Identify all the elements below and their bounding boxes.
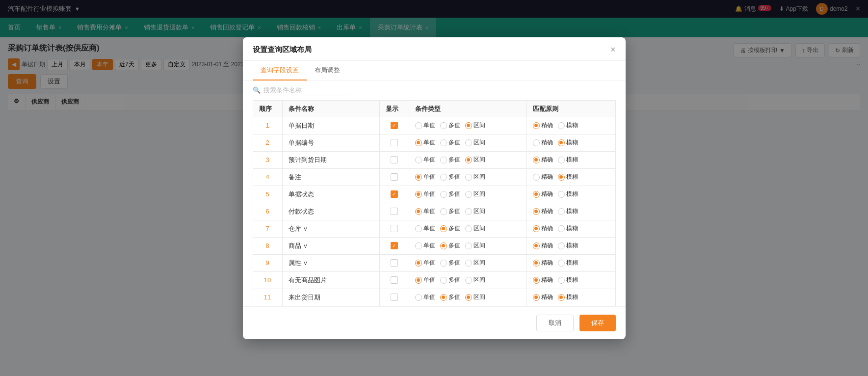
- col-type: 条件类型: [409, 101, 527, 117]
- col-match: 匹配原则: [527, 101, 615, 117]
- dialog-title: 设置查询区域布局: [253, 45, 312, 54]
- dialog-header: 设置查询区域布局 ×: [243, 37, 626, 61]
- dialog-tab-layout-label: 布局调整: [315, 66, 340, 74]
- search-input[interactable]: [263, 86, 351, 94]
- dialog-table-header: 顺序 条件名称 显示 条件类型 匹配原则: [253, 100, 616, 117]
- col-name: 条件名称: [283, 101, 380, 117]
- dialog-table: 顺序 条件名称 显示 条件类型 匹配原则 1单据日期单值多值区间精确模糊2单据编…: [253, 100, 616, 117]
- dialog-tabs: 查询字段设置 布局调整: [243, 61, 626, 81]
- search-box: 🔍: [253, 86, 351, 96]
- dialog-tab-fields-label: 查询字段设置: [261, 66, 299, 74]
- search-icon: 🔍: [253, 86, 261, 94]
- settings-dialog: 设置查询区域布局 × 查询字段设置 布局调整 🔍 顺序 条件名称: [243, 37, 626, 117]
- dialog-close-button[interactable]: ×: [610, 45, 616, 54]
- col-order: 顺序: [253, 101, 283, 117]
- dialog-search-area: 🔍: [243, 81, 626, 100]
- dialog-tab-layout[interactable]: 布局调整: [307, 61, 348, 81]
- dialog-tab-fields[interactable]: 查询字段设置: [253, 61, 307, 81]
- modal-overlay: 设置查询区域布局 × 查询字段设置 布局调整 🔍 顺序 条件名称: [0, 0, 868, 116]
- col-show: 显示: [380, 101, 409, 117]
